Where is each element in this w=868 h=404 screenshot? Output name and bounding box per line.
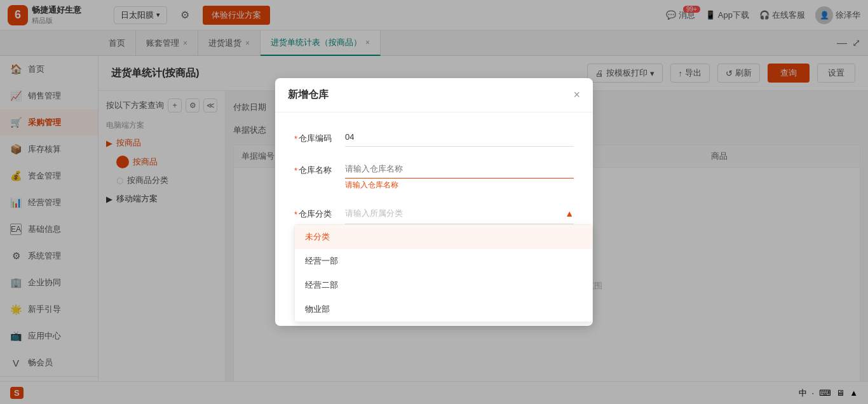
dropdown-item-dept2[interactable]: 经营二部 bbox=[295, 273, 592, 297]
warehouse-name-input[interactable] bbox=[345, 159, 574, 178]
dropdown-item-dept3[interactable]: 物业部 bbox=[295, 297, 592, 321]
name-error-message: 请输入仓库名称 bbox=[345, 180, 574, 191]
form-row-name: * 仓库名称 请输入仓库名称 bbox=[294, 159, 574, 191]
new-warehouse-modal: 新增仓库 × * 仓库编码 * 仓库名称 bbox=[275, 78, 593, 326]
modal-body: * 仓库编码 * 仓库名称 请输入仓库名称 bbox=[275, 112, 593, 284]
form-row-code: * 仓库编码 bbox=[294, 128, 574, 147]
modal-overlay: 新增仓库 × * 仓库编码 * 仓库名称 bbox=[0, 0, 868, 404]
name-field-container: 请输入仓库名称 bbox=[345, 159, 574, 191]
name-label: * 仓库名称 bbox=[294, 159, 345, 176]
modal-close-button[interactable]: × bbox=[573, 88, 580, 102]
category-dropdown-list: 未分类 经营一部 经营二部 物业部 bbox=[294, 224, 593, 322]
required-mark: * bbox=[294, 166, 297, 175]
code-field-container bbox=[345, 128, 574, 147]
category-label: * 仓库分类 bbox=[294, 203, 345, 220]
dropdown-item-dept1[interactable]: 经营一部 bbox=[295, 249, 592, 273]
form-row-category: * 仓库分类 请输入所属分类 ▲ 未分类 经营一部 经营二部 物业部 bbox=[294, 203, 574, 224]
chevron-up-icon: ▲ bbox=[565, 208, 574, 219]
warehouse-code-input[interactable] bbox=[345, 128, 574, 147]
required-mark: * bbox=[294, 134, 297, 144]
category-field-container: 请输入所属分类 ▲ 未分类 经营一部 经营二部 物业部 bbox=[345, 203, 574, 224]
category-placeholder: 请输入所属分类 bbox=[345, 208, 403, 219]
category-dropdown[interactable]: 请输入所属分类 ▲ bbox=[345, 203, 574, 224]
code-label: * 仓库编码 bbox=[294, 128, 345, 144]
dropdown-item-unclassified[interactable]: 未分类 bbox=[295, 225, 592, 249]
modal-header: 新增仓库 × bbox=[275, 78, 593, 112]
modal-title: 新增仓库 bbox=[288, 88, 329, 102]
required-mark: * bbox=[294, 210, 297, 219]
